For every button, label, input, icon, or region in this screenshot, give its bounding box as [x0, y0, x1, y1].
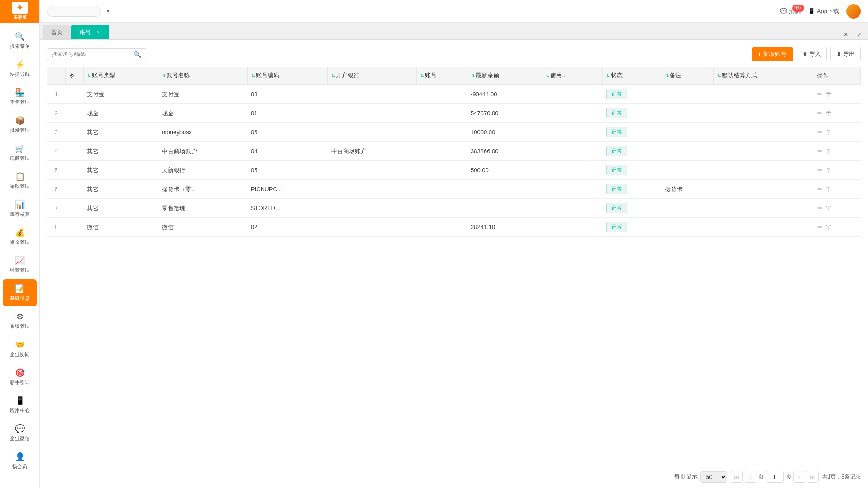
row-account: [417, 199, 467, 218]
tab-maximize-button[interactable]: ⤢: [854, 29, 864, 39]
add-account-button[interactable]: + 新增账号: [752, 47, 793, 61]
page-input[interactable]: [766, 471, 784, 483]
col-bank[interactable]: ⇅开户银行: [328, 67, 417, 84]
tab-account[interactable]: 账号✕: [71, 25, 109, 39]
delete-icon[interactable]: 🗑: [826, 166, 832, 174]
row-gear: [65, 161, 83, 180]
toolbar-right: + 新增账号 ⬆ 导入 ⬇ 导出: [752, 47, 861, 61]
sidebar-item-quicknav[interactable]: ⚡ 快捷导航: [3, 55, 37, 82]
row-name: 微信: [158, 218, 247, 237]
row-actions: ✏ 🗑: [813, 218, 861, 237]
sidebar-item-wechat[interactable]: 💬 企业微信: [3, 419, 37, 446]
row-type: 其它: [83, 161, 158, 180]
sidebar-item-search[interactable]: 🔍 搜索菜单: [3, 27, 37, 54]
sidebar-item-inventory[interactable]: 📊 库存核算: [3, 195, 37, 222]
sidebar-item-guide[interactable]: 🎯 新手引导: [3, 363, 37, 390]
table-row: 5 其它 大新银行 05 500.00 正常 ✏ 🗑: [47, 161, 861, 180]
delete-icon[interactable]: 🗑: [826, 147, 832, 155]
edit-icon[interactable]: ✏: [817, 166, 823, 174]
col-settlement[interactable]: ⇅默认结算方式: [713, 67, 813, 84]
app-download-button[interactable]: 📱 App下载: [808, 7, 839, 15]
tab-home[interactable]: 首页: [43, 25, 71, 39]
next-page-button[interactable]: ›: [793, 471, 805, 483]
sidebar-item-purchase[interactable]: 📋 采购管理: [3, 167, 37, 194]
edit-icon[interactable]: ✏: [817, 147, 823, 155]
edit-icon[interactable]: ✏: [817, 223, 823, 231]
row-idx: 8: [47, 218, 65, 237]
sidebar-item-appcenter[interactable]: 📱 应用中心: [3, 391, 37, 418]
sidebar-item-system[interactable]: ⚙ 系统管理: [3, 307, 37, 334]
delete-icon[interactable]: 🗑: [826, 128, 832, 136]
page-label: 页: [758, 473, 764, 481]
tab-close-account[interactable]: ✕: [94, 29, 102, 36]
basicinfo-icon: 📝: [15, 284, 25, 294]
import-button[interactable]: ⬆ 导入: [797, 47, 827, 61]
row-actions: ✏ 🗑: [813, 84, 861, 104]
delete-icon[interactable]: 🗑: [826, 204, 832, 212]
col-balance[interactable]: ⇅最新余额: [467, 67, 542, 84]
edit-icon[interactable]: ✏: [817, 109, 823, 117]
row-usage: [542, 161, 603, 180]
delete-icon[interactable]: 🗑: [826, 185, 832, 193]
export-button[interactable]: ⬇ 导出: [830, 47, 861, 61]
col-code[interactable]: ⇅账号编码: [247, 67, 328, 84]
row-remark: [661, 142, 713, 161]
delete-icon[interactable]: 🗑: [826, 223, 832, 231]
tab-close-all-button[interactable]: ✕: [841, 29, 851, 39]
topbar-left: ▾: [47, 6, 110, 17]
status-badge: 正常: [606, 184, 627, 194]
edit-icon[interactable]: ✏: [817, 128, 823, 136]
sidebar-item-basicinfo[interactable]: 📝 基础信息: [3, 279, 37, 306]
last-page-button[interactable]: ⏭: [807, 471, 819, 483]
sidebar-item-finance[interactable]: 💰 资金管理: [3, 223, 37, 250]
col-usage[interactable]: ⇅使用...: [542, 67, 603, 84]
col-type[interactable]: ⇅账号类型: [83, 67, 158, 84]
col-name[interactable]: ⇅账号名称: [158, 67, 247, 84]
row-type: 现金: [83, 104, 158, 123]
row-action-group: ✏ 🗑: [817, 147, 857, 155]
first-page-button[interactable]: ⏮: [731, 471, 743, 483]
row-status: 正常: [603, 84, 661, 104]
per-page-select[interactable]: 50 20 100: [700, 471, 727, 483]
message-button[interactable]: 💬 消息 99+: [780, 7, 801, 15]
prev-page-button[interactable]: ‹: [745, 471, 756, 483]
topbar-dropdown[interactable]: ▾: [107, 8, 110, 14]
search-icon[interactable]: 🔍: [133, 51, 141, 58]
edit-icon[interactable]: ✏: [817, 185, 823, 193]
row-status: 正常: [603, 180, 661, 199]
row-usage: [542, 218, 603, 237]
edit-icon[interactable]: ✏: [817, 90, 823, 99]
tab-actions: ✕ ⤢: [841, 29, 864, 39]
row-type: 其它: [83, 199, 158, 218]
row-gear: [65, 218, 83, 237]
delete-icon[interactable]: 🗑: [826, 90, 832, 98]
sidebar-item-member[interactable]: 👤 畅会员: [3, 447, 37, 474]
edit-icon[interactable]: ✏: [817, 204, 823, 212]
row-remark: [661, 84, 713, 104]
sidebar-item-wholesale[interactable]: 📦 批发管理: [3, 111, 37, 138]
wechat-icon: 💬: [15, 424, 25, 434]
col-remark[interactable]: ⇅备注: [661, 67, 713, 84]
row-remark: [661, 218, 713, 237]
topbar-search-input[interactable]: [47, 6, 101, 17]
purchase-icon: 📋: [15, 172, 25, 182]
ecommerce-icon: 🛒: [15, 144, 25, 154]
row-actions: ✏ 🗑: [813, 161, 861, 180]
delete-icon[interactable]: 🗑: [826, 109, 832, 117]
row-account: [417, 161, 467, 180]
sidebar-item-operations[interactable]: 📈 经营管理: [3, 251, 37, 278]
col-account[interactable]: ⇅账号: [417, 67, 467, 84]
sidebar-item-cooperation[interactable]: 🤝 企业协同: [3, 335, 37, 362]
search-input[interactable]: [52, 51, 133, 57]
row-status: 正常: [603, 104, 661, 123]
avatar[interactable]: [846, 4, 861, 19]
col-status[interactable]: ⇅状态: [603, 67, 661, 84]
status-badge: 正常: [606, 222, 627, 232]
sidebar-item-label-appcenter: 应用中心: [10, 407, 30, 414]
row-code: STORED...: [247, 199, 328, 218]
row-bank: [328, 123, 417, 142]
sidebar-item-retail[interactable]: 🏪 零售管理: [3, 83, 37, 110]
col-gear[interactable]: ⚙: [65, 67, 83, 84]
row-usage: [542, 104, 603, 123]
sidebar-item-ecommerce[interactable]: 🛒 电商管理: [3, 139, 37, 166]
